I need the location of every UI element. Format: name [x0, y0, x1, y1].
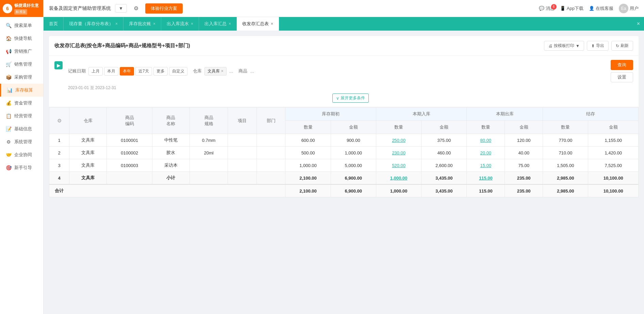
tab-inventory-distribution[interactable]: 现存量（库存分布表）× [64, 17, 123, 31]
refresh-button[interactable]: ↻ 刷新 [611, 41, 633, 51]
tab-close-inout-flow[interactable]: × [191, 21, 193, 26]
goods-label: 商品 [238, 68, 247, 74]
cell-in-amount-row2: 460.00 [422, 147, 467, 159]
tab-close-inventory-distribution[interactable]: × [115, 21, 118, 26]
filter-content: 记账日期 上月本月本年近7天更多自定义 仓库 文具库 × ... 商品 ... [68, 60, 633, 103]
settings-icon[interactable]: ⚙ [131, 3, 141, 14]
cell-opening-qty-row3: 1,000.00 [285, 159, 331, 172]
col-goods-spec: 商品规格 [190, 108, 228, 134]
export-button[interactable]: ⬆ 导出 [587, 41, 609, 51]
cell-in-qty-row4[interactable]: 1,000.00 [376, 172, 421, 185]
cell-out-amount-row1: 120.00 [505, 134, 543, 147]
table-footer-row: 合计 2,100.00 6,900.00 1,000.00 3,435.00 1… [49, 184, 639, 197]
cell-opening-qty-row1: 600.00 [285, 134, 331, 147]
link-out-qty-row2[interactable]: 20.00 [480, 150, 492, 155]
sidebar-item-search[interactable]: 🔍 搜索菜单 [0, 19, 43, 32]
cell-department-row3 [257, 159, 285, 172]
date-shortcut-上月[interactable]: 上月 [88, 67, 103, 76]
data-table-wrapper: ⚙ 仓库 商品编码 商品名称 商品规格 项目 部门 库存期初 本期入库 本期出库… [49, 107, 639, 197]
footer-balance-qty: 2,985.00 [543, 184, 588, 197]
tab-close-batch-account[interactable]: × [153, 21, 155, 26]
tab-inout-flow[interactable]: 出入库流水× [161, 17, 199, 31]
col-group-opening: 库存期初 [285, 108, 376, 121]
sidebar-item-inventory[interactable]: 📊 库存核算 [0, 84, 43, 97]
app-download-button[interactable]: 📱 App下载 [560, 5, 583, 12]
sidebar-label-business: 经营管理 [14, 113, 32, 119]
link-in-qty-row3[interactable]: 520.00 [392, 163, 406, 168]
date-shortcut-本年[interactable]: 本年 [120, 67, 134, 76]
sidebar-item-business[interactable]: 📋 经营管理 [0, 110, 43, 122]
warehouse-label: 仓库 [193, 68, 202, 74]
close-all-tabs[interactable]: × [633, 21, 644, 27]
link-in-qty-row2[interactable]: 230.00 [392, 150, 406, 155]
footer-label: 合计 [49, 184, 285, 197]
link-in-qty-row4[interactable]: 1,000.00 [390, 176, 408, 181]
link-in-qty-row1[interactable]: 250.00 [392, 138, 406, 143]
link-out-qty-row4[interactable]: 115.00 [479, 176, 493, 181]
cell-goods-spec-row2: 20ml [190, 147, 228, 159]
print-template-button[interactable]: 🖨 按模板打印 ▼ [544, 41, 584, 51]
sidebar-item-enterprise[interactable]: 🤝 企业协同 [0, 148, 43, 161]
table-gear-icon[interactable]: ⚙ [57, 118, 62, 123]
tab-receive-summary[interactable]: 收发存汇总表× [237, 17, 279, 31]
date-shortcut-更多[interactable]: 更多 [153, 67, 168, 76]
sidebar-icon-enterprise: 🤝 [5, 152, 12, 158]
sidebar-item-basic-info[interactable]: 📝 基础信息 [0, 122, 43, 135]
tab-home[interactable]: 首页 [44, 17, 64, 31]
cell-in-qty-row3[interactable]: 520.00 [376, 159, 421, 172]
cell-out-qty-row3[interactable]: 15.00 [467, 159, 505, 172]
footer-in-amount: 3,435.00 [422, 184, 467, 197]
cell-out-qty-row4[interactable]: 115.00 [467, 172, 505, 185]
tab-label-inventory-distribution: 现存量（库存分布表） [69, 21, 113, 27]
expand-conditions-button[interactable]: ∨ 展开更多条件 [332, 94, 369, 103]
sidebar-item-finance[interactable]: 💰 资金管理 [0, 97, 43, 110]
tab-close-inout-summary[interactable]: × [229, 21, 231, 26]
tab-inout-summary[interactable]: 出入库汇总× [199, 17, 237, 31]
system-dropdown[interactable]: ▼ [115, 4, 127, 13]
messages-button[interactable]: 💬 消息 6 [539, 5, 555, 12]
goods-ellipsis[interactable]: ... [250, 68, 254, 74]
online-service-button[interactable]: 👤 在线客服 [589, 5, 613, 12]
table-row-4: 4文具库小计2,100.006,900.001,000.003,435.0011… [49, 172, 639, 185]
user-menu[interactable]: Ea 用户 [619, 4, 639, 13]
cell-project-row3 [228, 159, 257, 172]
date-shortcut-近7天[interactable]: 近7天 [135, 67, 152, 76]
tab-label-inout-flow: 出入库流水 [167, 21, 189, 27]
trial-button[interactable]: 体验行业方案 [145, 3, 183, 14]
query-button[interactable]: 查询 [611, 60, 633, 70]
link-out-qty-row3[interactable]: 15.00 [480, 163, 492, 168]
warehouse-tag[interactable]: 文具库 × [204, 67, 227, 76]
sidebar-item-sales[interactable]: 🛒 销售管理 [0, 58, 43, 71]
page-actions: 🖨 按模板打印 ▼ ⬆ 导出 ↻ 刷新 [544, 41, 633, 55]
tab-close-receive-summary[interactable]: × [271, 21, 273, 26]
warehouse-tag-text: 文具库 [208, 68, 220, 74]
refresh-label: 刷新 [621, 43, 629, 49]
date-filter-group: 记账日期 上月本月本年近7天更多自定义 [68, 67, 187, 76]
filter-toggle[interactable]: ▶ [54, 61, 63, 69]
warehouse-tag-close[interactable]: × [221, 69, 224, 73]
cell-in-qty-row1[interactable]: 250.00 [376, 134, 421, 147]
sidebar-item-purchase[interactable]: 📦 采购管理 [0, 71, 43, 84]
cell-opening-qty-row2: 500.00 [285, 147, 331, 159]
cell-out-qty-row2[interactable]: 20.00 [467, 147, 505, 159]
cell-goods-code-row4 [107, 172, 152, 185]
warehouse-ellipsis[interactable]: ... [229, 68, 233, 74]
col-settings[interactable]: ⚙ [49, 108, 69, 134]
cell-out-qty-row1[interactable]: 80.00 [467, 134, 505, 147]
sidebar-item-marketing-promo[interactable]: 📢 营销推广 [0, 45, 43, 58]
service-label: 在线客服 [596, 5, 613, 12]
tab-label-home: 首页 [49, 21, 58, 27]
export-icon: ⬆ [591, 44, 595, 48]
cell-opening-qty-row4: 2,100.00 [285, 172, 331, 185]
date-shortcut-自定义[interactable]: 自定义 [169, 67, 187, 76]
settings-button[interactable]: 设置 [611, 72, 633, 82]
cell-in-qty-row2[interactable]: 230.00 [376, 147, 421, 159]
sidebar-item-newbie[interactable]: 🎯 新手引导 [0, 161, 43, 174]
sidebar-item-system[interactable]: ⚙ 系统管理 [0, 135, 43, 148]
sidebar-icon-marketing-promo: 📢 [5, 48, 12, 54]
date-shortcut-本月[interactable]: 本月 [104, 67, 118, 76]
col-group-balance: 结存 [543, 108, 639, 121]
sidebar-item-quick-nav[interactable]: 🏠 快捷导航 [0, 32, 43, 45]
tab-batch-account[interactable]: 库存批次账× [123, 17, 161, 31]
link-out-qty-row1[interactable]: 80.00 [480, 138, 492, 143]
